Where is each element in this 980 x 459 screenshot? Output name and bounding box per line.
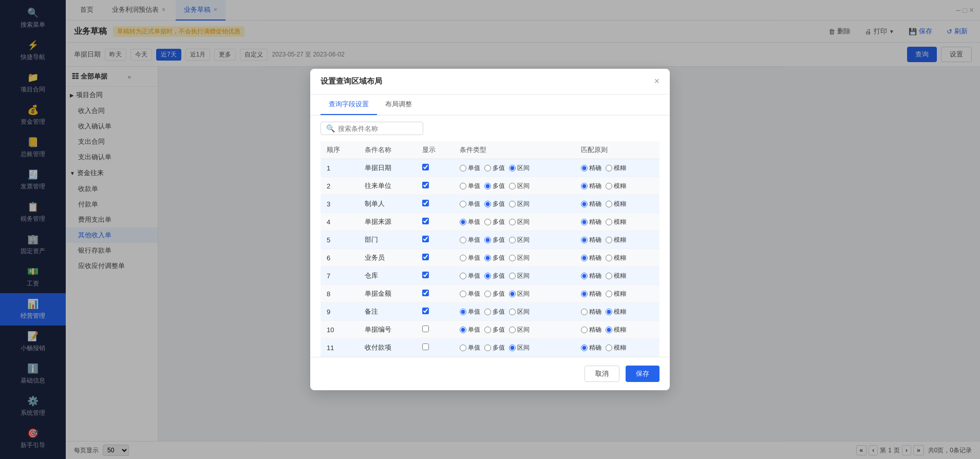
type-single-radio[interactable] bbox=[460, 165, 466, 171]
type-range-radio[interactable] bbox=[509, 219, 516, 225]
type-range-label[interactable]: 区间 bbox=[509, 308, 530, 316]
type-single-label[interactable]: 单值 bbox=[460, 326, 480, 334]
type-multi-label[interactable]: 多值 bbox=[484, 326, 505, 334]
match-fuzzy-label[interactable]: 模糊 bbox=[606, 308, 626, 316]
type-range-label[interactable]: 区间 bbox=[509, 326, 530, 334]
show-checkbox[interactable] bbox=[422, 200, 429, 206]
type-single-label[interactable]: 单值 bbox=[460, 343, 480, 352]
match-fuzzy-radio[interactable] bbox=[606, 237, 612, 243]
show-checkbox[interactable] bbox=[422, 236, 429, 242]
type-range-label[interactable]: 区间 bbox=[509, 164, 530, 173]
type-multi-label[interactable]: 多值 bbox=[484, 290, 505, 298]
type-multi-label[interactable]: 多值 bbox=[484, 343, 505, 352]
show-checkbox[interactable] bbox=[422, 290, 429, 296]
type-multi-label[interactable]: 多值 bbox=[484, 200, 505, 208]
type-multi-radio[interactable] bbox=[484, 309, 491, 315]
match-fuzzy-radio[interactable] bbox=[606, 201, 612, 207]
type-multi-radio[interactable] bbox=[484, 165, 491, 171]
type-range-radio[interactable] bbox=[509, 327, 516, 333]
type-single-radio[interactable] bbox=[460, 255, 466, 261]
match-fuzzy-radio[interactable] bbox=[606, 309, 612, 315]
match-exact-label[interactable]: 精确 bbox=[581, 182, 601, 190]
match-fuzzy-label[interactable]: 模糊 bbox=[606, 290, 626, 298]
type-range-radio[interactable] bbox=[509, 273, 516, 279]
type-range-label[interactable]: 区间 bbox=[509, 200, 530, 208]
type-range-label[interactable]: 区间 bbox=[509, 254, 530, 262]
type-single-radio[interactable] bbox=[460, 219, 466, 225]
match-fuzzy-radio[interactable] bbox=[606, 291, 612, 297]
type-single-radio[interactable] bbox=[460, 237, 466, 243]
type-range-radio[interactable] bbox=[509, 183, 516, 189]
match-fuzzy-label[interactable]: 模糊 bbox=[606, 218, 626, 226]
type-multi-label[interactable]: 多值 bbox=[484, 182, 505, 190]
type-single-radio[interactable] bbox=[460, 201, 466, 207]
match-fuzzy-radio[interactable] bbox=[606, 255, 612, 261]
show-checkbox[interactable] bbox=[422, 308, 429, 314]
show-checkbox[interactable] bbox=[422, 182, 429, 188]
match-exact-radio[interactable] bbox=[581, 183, 588, 189]
match-exact-radio[interactable] bbox=[581, 327, 588, 333]
match-exact-radio[interactable] bbox=[581, 201, 588, 207]
type-multi-radio[interactable] bbox=[484, 255, 491, 261]
match-exact-label[interactable]: 精确 bbox=[581, 326, 601, 334]
save-dialog-button[interactable]: 保存 bbox=[626, 366, 659, 382]
type-single-radio[interactable] bbox=[460, 327, 466, 333]
type-range-radio[interactable] bbox=[509, 291, 516, 297]
match-exact-radio[interactable] bbox=[581, 273, 588, 279]
match-exact-radio[interactable] bbox=[581, 345, 588, 351]
type-single-radio[interactable] bbox=[460, 273, 466, 279]
type-multi-radio[interactable] bbox=[484, 237, 491, 243]
match-exact-label[interactable]: 精确 bbox=[581, 272, 601, 280]
match-exact-radio[interactable] bbox=[581, 291, 588, 297]
type-range-radio[interactable] bbox=[509, 201, 516, 207]
type-multi-radio[interactable] bbox=[484, 291, 491, 297]
type-multi-radio[interactable] bbox=[484, 201, 491, 207]
match-fuzzy-label[interactable]: 模糊 bbox=[606, 200, 626, 208]
type-single-label[interactable]: 单值 bbox=[460, 272, 480, 280]
match-exact-radio[interactable] bbox=[581, 255, 588, 261]
type-single-label[interactable]: 单值 bbox=[460, 218, 480, 226]
match-fuzzy-label[interactable]: 模糊 bbox=[606, 343, 626, 352]
show-checkbox[interactable] bbox=[422, 343, 429, 350]
show-checkbox[interactable] bbox=[422, 218, 429, 224]
type-single-label[interactable]: 单值 bbox=[460, 164, 480, 173]
dialog-tab-fields[interactable]: 查询字段设置 bbox=[321, 94, 377, 115]
show-checkbox[interactable] bbox=[422, 164, 429, 170]
dialog-overlay[interactable]: 设置查询区域布局 × 查询字段设置 布局调整 🔍 顺序 bbox=[0, 0, 980, 459]
type-range-label[interactable]: 区间 bbox=[509, 272, 530, 280]
type-range-radio[interactable] bbox=[509, 255, 516, 261]
type-multi-label[interactable]: 多值 bbox=[484, 236, 505, 244]
type-range-label[interactable]: 区间 bbox=[509, 290, 530, 298]
type-multi-radio[interactable] bbox=[484, 273, 491, 279]
match-fuzzy-radio[interactable] bbox=[606, 273, 612, 279]
type-multi-label[interactable]: 多值 bbox=[484, 164, 505, 173]
match-fuzzy-radio[interactable] bbox=[606, 327, 612, 333]
match-fuzzy-radio[interactable] bbox=[606, 219, 612, 225]
type-multi-label[interactable]: 多值 bbox=[484, 254, 505, 262]
type-single-label[interactable]: 单值 bbox=[460, 290, 480, 298]
match-exact-label[interactable]: 精确 bbox=[581, 343, 601, 352]
match-fuzzy-label[interactable]: 模糊 bbox=[606, 272, 626, 280]
type-range-radio[interactable] bbox=[509, 309, 516, 315]
type-single-label[interactable]: 单值 bbox=[460, 308, 480, 316]
type-range-label[interactable]: 区间 bbox=[509, 343, 530, 352]
match-fuzzy-label[interactable]: 模糊 bbox=[606, 326, 626, 334]
type-single-radio[interactable] bbox=[460, 291, 466, 297]
dialog-tab-layout[interactable]: 布局调整 bbox=[377, 94, 420, 115]
match-fuzzy-radio[interactable] bbox=[606, 165, 612, 171]
type-single-radio[interactable] bbox=[460, 309, 466, 315]
type-range-radio[interactable] bbox=[509, 237, 516, 243]
type-single-label[interactable]: 单值 bbox=[460, 182, 480, 190]
type-single-label[interactable]: 单值 bbox=[460, 236, 480, 244]
show-checkbox[interactable] bbox=[422, 326, 429, 332]
dialog-close-button[interactable]: × bbox=[654, 76, 659, 87]
type-range-label[interactable]: 区间 bbox=[509, 236, 530, 244]
type-multi-radio[interactable] bbox=[484, 327, 491, 333]
match-exact-radio[interactable] bbox=[581, 219, 588, 225]
match-exact-label[interactable]: 精确 bbox=[581, 200, 601, 208]
type-range-label[interactable]: 区间 bbox=[509, 218, 530, 226]
match-exact-label[interactable]: 精确 bbox=[581, 290, 601, 298]
match-exact-label[interactable]: 精确 bbox=[581, 164, 601, 173]
type-single-label[interactable]: 单值 bbox=[460, 200, 480, 208]
match-fuzzy-label[interactable]: 模糊 bbox=[606, 236, 626, 244]
